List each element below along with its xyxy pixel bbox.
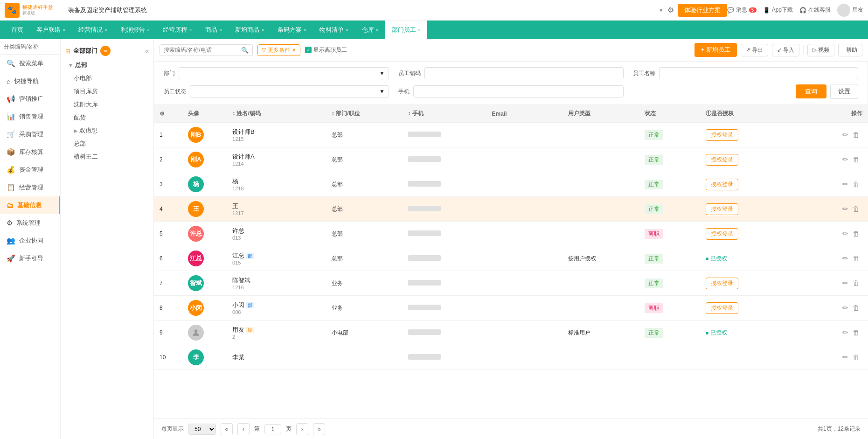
delete-btn[interactable]: 🗑 (853, 155, 860, 163)
first-page-btn[interactable]: « (221, 423, 233, 435)
query-btn[interactable]: 查询 (796, 84, 826, 98)
col-dept-header[interactable]: ↕ 部门/职位 (326, 105, 403, 123)
sidebar-item-inventory[interactable]: 📦 库存核算 (0, 143, 60, 161)
col-name-header[interactable]: ↕ 姓名/编码 (227, 105, 326, 123)
delete-btn[interactable]: 🗑 (853, 304, 860, 312)
nav-bom[interactable]: 物料清单 × (313, 21, 355, 39)
collapse-btn[interactable]: « (145, 47, 149, 55)
sidebar-item-operation-mgmt[interactable]: 📋 经营管理 (0, 179, 60, 196)
nav-customer[interactable]: 客户联络 × (30, 21, 72, 39)
auth-btn[interactable]: 授权登录 (706, 179, 738, 190)
edit-btn[interactable]: ✏ (842, 205, 848, 213)
col-phone-header[interactable]: ↕ 手机 (403, 105, 486, 123)
nav-goods[interactable]: 商品 × (199, 21, 229, 39)
row-avatar: 杨 (182, 172, 227, 197)
tree-item-hq2[interactable]: 总部 (61, 137, 153, 150)
prev-page-btn[interactable]: ‹ (237, 423, 250, 435)
purchase-icon: 🛒 (7, 130, 15, 139)
message-btn[interactable]: 💬 消息 5 (727, 6, 757, 14)
auth-btn[interactable]: 授权登录 (706, 203, 738, 215)
page-size-select[interactable]: 50 100 200 (188, 424, 216, 435)
app-download-btn[interactable]: 📱 App下载 (763, 6, 793, 14)
user-btn[interactable]: 用友 (837, 4, 863, 17)
tree-item-general-hq[interactable]: ▼ 总部 (61, 59, 153, 72)
dept-icon-btn[interactable]: ✏ (100, 46, 111, 56)
edit-btn[interactable]: ✏ (842, 230, 848, 237)
trial-btn[interactable]: 体验行业方案 (678, 4, 727, 17)
delete-btn[interactable]: 🗑 (853, 230, 860, 237)
export-btn[interactable]: ↗ 导出 (741, 44, 768, 56)
sidebar-item-quick-nav[interactable]: ⌂ 快捷导航 (0, 72, 60, 90)
video-btn[interactable]: ▷ 视频 (807, 44, 834, 56)
edit-btn[interactable]: ✏ (842, 155, 848, 163)
delete-btn[interactable]: 🗑 (853, 328, 860, 336)
tree-item-shenyang[interactable]: 沈阳大库 (61, 98, 153, 111)
tree-item-distribution[interactable]: 配货 (61, 111, 153, 124)
edit-btn[interactable]: ✏ (842, 328, 848, 336)
system-title-dropdown[interactable]: ▼ (659, 7, 664, 13)
nav-warehouse[interactable]: 仓库 × (355, 21, 385, 39)
all-dept-label[interactable]: 全部部门 (73, 47, 97, 55)
nav-operation[interactable]: 经营情况 × (72, 21, 114, 39)
sidebar-item-system[interactable]: ⚙ 系统管理 (0, 214, 60, 232)
nav-profit[interactable]: 利润报告 × (114, 21, 156, 39)
edit-btn[interactable]: ✏ (842, 131, 848, 139)
search-input[interactable] (164, 47, 238, 53)
sidebar-search-input[interactable] (4, 43, 61, 50)
import-btn[interactable]: ↙ 导入 (772, 44, 799, 56)
sidebar-item-guide[interactable]: 🚀 新手引导 (0, 250, 60, 267)
last-page-btn[interactable]: » (313, 423, 325, 435)
row-status: 正常 (639, 147, 700, 172)
show-resigned-toggle[interactable]: ✓ 显示离职员工 (305, 46, 347, 54)
auth-btn[interactable]: 授权登录 (706, 278, 738, 289)
tree-item-small-elec[interactable]: 小电部 (61, 72, 153, 85)
emp-status-select[interactable]: ▼ (190, 85, 389, 98)
auth-btn[interactable]: 授权登录 (706, 228, 738, 240)
delete-btn[interactable]: 🗑 (853, 205, 860, 213)
nav-barcode[interactable]: 条码方案 × (271, 21, 313, 39)
delete-btn[interactable]: 🗑 (853, 279, 860, 287)
name-code-cell: 小闵部 008 (232, 301, 320, 315)
edit-btn[interactable]: ✏ (842, 180, 848, 188)
edit-btn[interactable]: ✏ (842, 304, 848, 312)
sidebar-item-search[interactable]: 🔍 搜索菜单 (0, 55, 60, 72)
more-filter-btn[interactable]: ▽ 更多条件 ∧ (257, 44, 300, 56)
sidebar-item-marketing[interactable]: 📢 营销推广 (0, 90, 60, 108)
sidebar-item-sales[interactable]: 📊 销售管理 (0, 108, 60, 125)
edit-btn[interactable]: ✏ (842, 254, 848, 262)
auth-btn[interactable]: 授权登录 (706, 129, 738, 141)
phone-input[interactable] (413, 85, 624, 98)
delete-btn[interactable]: 🗑 (853, 254, 860, 262)
auth-btn[interactable]: 授权登录 (706, 302, 738, 314)
dept-select[interactable]: ▼ (179, 67, 389, 79)
nav-dept-emp[interactable]: 部门员工 × (385, 21, 427, 39)
col-settings[interactable]: ⚙ (154, 105, 182, 123)
sidebar-item-collab[interactable]: 👥 企业协同 (0, 232, 60, 250)
resigned-checkbox[interactable]: ✓ (305, 47, 312, 53)
sidebar-item-finance[interactable]: 💰 资金管理 (0, 161, 60, 179)
tree-item-doublelv[interactable]: ▶ 双虑想 (61, 124, 153, 137)
tree-item-plant-king[interactable]: 植树王二 (61, 150, 153, 163)
next-page-btn[interactable]: › (296, 423, 308, 435)
delete-btn[interactable]: 🗑 (853, 131, 860, 139)
sidebar-item-purchase[interactable]: 🛒 采购管理 (0, 125, 60, 143)
edit-btn[interactable]: ✏ (842, 279, 848, 287)
tree-item-project-storage[interactable]: 项目库房 (61, 85, 153, 98)
help-btn[interactable]: | 帮助 (838, 44, 862, 56)
nav-add-goods[interactable]: 新增商品 × (229, 21, 271, 39)
nav-home[interactable]: 首页 (5, 21, 30, 39)
emp-code-input[interactable] (424, 67, 624, 79)
dept-filter-row: 部门 ▼ (164, 67, 389, 79)
edit-btn[interactable]: ✏ (842, 353, 848, 361)
settings-btn[interactable]: ⚙ (664, 6, 678, 14)
online-service-btn[interactable]: 🎧 在线客服 (799, 6, 831, 14)
sidebar-item-basic-info[interactable]: 🗂 基础信息 (0, 196, 60, 214)
add-employee-btn[interactable]: + 新增员工 (694, 43, 737, 57)
delete-btn[interactable]: 🗑 (853, 353, 860, 361)
emp-name-input[interactable] (659, 67, 858, 79)
reset-btn[interactable]: 设置 (830, 84, 858, 99)
auth-btn[interactable]: 授权登录 (706, 154, 738, 166)
page-num-input[interactable] (264, 424, 281, 434)
delete-btn[interactable]: 🗑 (853, 180, 860, 188)
nav-history[interactable]: 经营历程 × (156, 21, 198, 39)
